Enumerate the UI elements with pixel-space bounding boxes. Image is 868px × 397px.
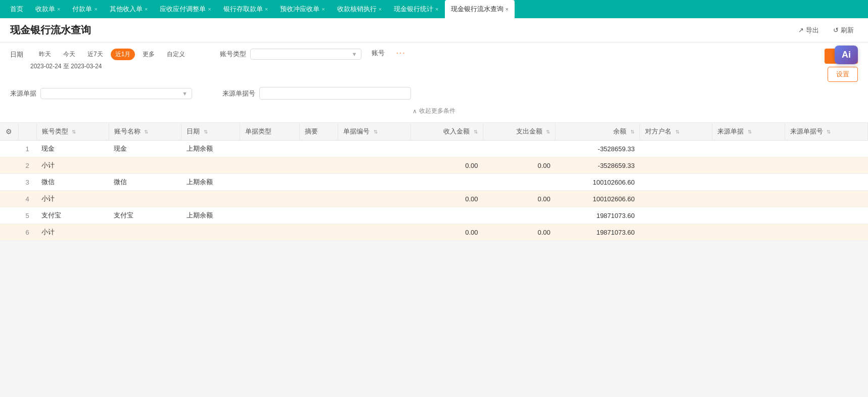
date-options: 昨天 今天 近7天 近1月 更多 自定义: [34, 49, 190, 60]
cell-balance: 100102606.60: [556, 174, 640, 191]
cell-summary: [300, 157, 338, 174]
cell-account-name: 支付宝: [109, 207, 181, 224]
cell-date: 上期余额: [181, 174, 240, 191]
col-expense[interactable]: 支出金额 ⇅: [483, 123, 556, 141]
close-tab-0[interactable]: ×: [57, 6, 60, 12]
table-row[interactable]: 3 微信 微信 上期余额 100102606.60: [0, 174, 868, 191]
cell-counterparty: [640, 157, 712, 174]
cell-gear: [0, 191, 18, 207]
close-tab-2[interactable]: ×: [145, 6, 148, 12]
nav-tab-6[interactable]: 收款核销执行 ×: [331, 0, 388, 18]
sort-date-icon: ⇅: [204, 129, 208, 135]
col-date[interactable]: 日期 ⇅: [181, 123, 240, 141]
cell-rownum: 5: [18, 207, 36, 224]
date-option-today[interactable]: 今天: [59, 49, 80, 60]
cell-doc-no: [338, 174, 410, 191]
source-doc-no-label: 来源单据号: [222, 89, 255, 98]
export-icon: ↗: [798, 26, 804, 34]
table-row[interactable]: 1 现金 现金 上期余额 -3528659.33: [0, 141, 868, 157]
cell-income: [410, 207, 483, 224]
date-option-yesterday[interactable]: 昨天: [34, 49, 56, 60]
cell-date: [181, 191, 240, 207]
cell-gear: [0, 224, 18, 241]
cell-counterparty: [640, 141, 712, 157]
cell-expense: [483, 174, 556, 191]
account-type-select[interactable]: ▼: [250, 49, 361, 60]
source-doc-select[interactable]: ▼: [40, 88, 192, 99]
col-account-name[interactable]: 账号名称 ⇅: [109, 123, 181, 141]
settings-button[interactable]: 设置: [828, 67, 858, 82]
cell-balance: 100102606.60: [556, 191, 640, 207]
col-counterparty[interactable]: 对方户名 ⇅: [640, 123, 712, 141]
close-tab-3[interactable]: ×: [208, 6, 211, 12]
nav-tab-1[interactable]: 付款单 ×: [66, 0, 103, 18]
close-tab-6[interactable]: ×: [379, 6, 382, 12]
date-option-1month[interactable]: 近1月: [111, 49, 135, 60]
collapse-up-icon: ∧: [413, 108, 417, 115]
date-option-custom[interactable]: 自定义: [162, 49, 190, 60]
cell-source-doc: [712, 174, 785, 191]
cell-date: 上期余额: [181, 141, 240, 157]
cell-doc-type: [240, 224, 300, 241]
cell-expense: [483, 141, 556, 157]
nav-tab-3[interactable]: 应收应付调整单 ×: [154, 0, 217, 18]
nav-tab-2[interactable]: 其他收入单 ×: [104, 0, 154, 18]
nav-tab-0[interactable]: 收款单 ×: [29, 0, 66, 18]
date-option-more[interactable]: 更多: [138, 49, 159, 60]
cell-account-name: [109, 157, 181, 174]
col-gear[interactable]: ⚙: [0, 123, 18, 141]
close-tab-8[interactable]: ×: [506, 6, 509, 12]
cell-source-doc-no: [785, 174, 867, 191]
sort-doc-no-icon: ⇅: [374, 129, 378, 135]
account-ellipsis[interactable]: ···: [396, 49, 405, 58]
nav-home[interactable]: 首页: [4, 0, 29, 18]
page-header: 现金银行流水查询 ↗ 导出 ↺ 刷新: [0, 18, 868, 42]
cell-balance: -3528659.33: [556, 157, 640, 174]
cell-date: 上期余额: [181, 207, 240, 224]
cell-gear: [0, 174, 18, 191]
nav-tab-5[interactable]: 预收冲应收单 ×: [274, 0, 331, 18]
cell-rownum: 2: [18, 157, 36, 174]
col-source-doc-no[interactable]: 来源单据号 ⇅: [785, 123, 867, 141]
cell-doc-type: [240, 207, 300, 224]
filter-area: 日期 昨天 今天 近7天 近1月 更多 自定义 2023-02-24 至 202…: [0, 42, 868, 123]
nav-tab-8[interactable]: 现金银行流水查询 ×: [445, 0, 515, 18]
table-row[interactable]: 5 支付宝 支付宝 上期余额 19871073.60: [0, 207, 868, 224]
collapse-bar[interactable]: ∧ 收起更多条件: [10, 104, 858, 116]
source-doc-no-input[interactable]: [259, 87, 411, 100]
cell-gear: [0, 141, 18, 157]
table-row[interactable]: 4 小计 0.00 0.00 100102606.60: [0, 191, 868, 207]
col-doc-no[interactable]: 单据编号 ⇅: [338, 123, 410, 141]
cell-account-name: [109, 224, 181, 241]
close-tab-5[interactable]: ×: [322, 6, 325, 12]
ai-badge[interactable]: Ai: [835, 46, 858, 64]
export-button[interactable]: ↗ 导出: [794, 24, 823, 37]
col-account-type[interactable]: 账号类型 ⇅: [36, 123, 109, 141]
refresh-button[interactable]: ↺ 刷新: [829, 24, 858, 37]
sort-counterparty-icon: ⇅: [675, 129, 679, 135]
cell-account-type: 小计: [36, 157, 109, 174]
close-tab-1[interactable]: ×: [94, 6, 97, 12]
col-source-doc[interactable]: 来源单据 ⇅: [712, 123, 785, 141]
close-tab-7[interactable]: ×: [435, 6, 438, 12]
nav-tab-4[interactable]: 银行存取款单 ×: [217, 0, 274, 18]
cell-summary: [300, 224, 338, 241]
header-actions: ↗ 导出 ↺ 刷新: [794, 24, 858, 37]
page-title: 现金银行流水查询: [10, 23, 91, 37]
cell-account-name: 微信: [109, 174, 181, 191]
nav-tab-7[interactable]: 现金银行统计 ×: [388, 0, 444, 18]
cell-income: 0.00: [410, 224, 483, 241]
date-label: 日期: [10, 50, 30, 59]
cell-doc-no: [338, 141, 410, 157]
sort-balance-icon: ⇅: [630, 129, 634, 135]
table-row[interactable]: 6 小计 0.00 0.00 19871073.60: [0, 224, 868, 241]
close-tab-4[interactable]: ×: [265, 6, 268, 12]
table-row[interactable]: 2 小计 0.00 0.00 -3528659.33: [0, 157, 868, 174]
cell-balance: -3528659.33: [556, 141, 640, 157]
cell-doc-type: [240, 191, 300, 207]
col-income[interactable]: 收入金额 ⇅: [410, 123, 483, 141]
date-option-7days[interactable]: 近7天: [83, 49, 108, 60]
col-balance[interactable]: 余额 ⇅: [556, 123, 640, 141]
gear-icon[interactable]: ⚙: [6, 127, 12, 136]
account-type-label: 账号类型: [220, 50, 246, 59]
